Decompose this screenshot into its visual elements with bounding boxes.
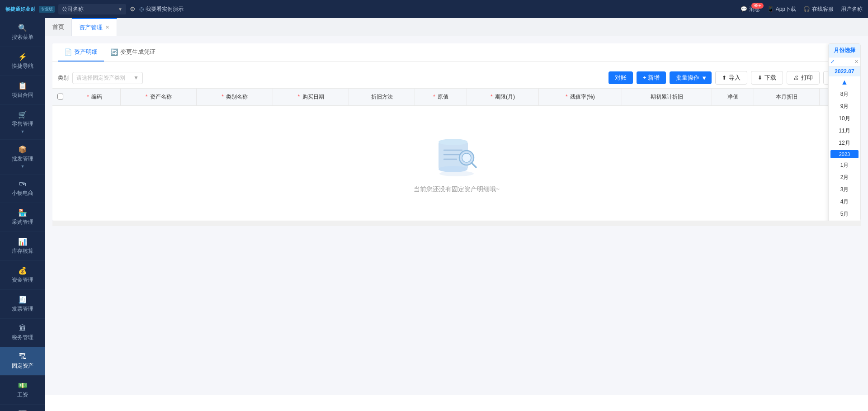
sidebar-item-invoice[interactable]: 🧾 发票管理: [0, 290, 45, 319]
month-item-2[interactable]: 2月: [829, 171, 860, 184]
month-item-1[interactable]: 1月: [829, 159, 860, 171]
phone-icon: 📱: [767, 6, 774, 12]
sidebar: 🔍 搜索菜单 ⚡ 快捷导航 📋 项目合同 🛒 零售管理 ▼ 📦 批发管理 ▼ 🛍…: [0, 18, 45, 411]
table-header-purchase-date: * 购买日期: [273, 89, 349, 106]
sidebar-purchase-label: 采购管理: [12, 218, 33, 226]
toolbar-left: 类别 请选择固定资产类别 ▼: [58, 72, 143, 84]
sidebar-item-inventory[interactable]: 📊 库存核算: [0, 232, 45, 261]
month-panel: 月份选择 ⤢ ✕ 2022.07 ▲ 8月 9月 10月 11月 12月: [828, 43, 861, 221]
sidebar-item-quicknav[interactable]: ⚡ 快捷导航: [0, 47, 45, 76]
sub-tab-asset-details-label: 资产明细: [74, 48, 98, 56]
demo-link[interactable]: ◎ 我要看实例演示: [139, 5, 184, 13]
retail-icon: 🛒: [18, 110, 27, 119]
select-all-checkbox[interactable]: [57, 94, 63, 99]
sidebar-item-salary[interactable]: 💵 工资: [0, 376, 45, 405]
svg-point-2: [439, 139, 467, 145]
sub-tab-asset-details[interactable]: 📄 资产明细: [58, 43, 104, 61]
tab-home[interactable]: 首页: [45, 18, 72, 36]
add-label: + 新增: [643, 74, 660, 82]
month-item-8[interactable]: 8月: [829, 88, 860, 100]
panel-wrapper: 📄 资产明细 🔄 变更生成凭证 类别 请选择固定资产类别 ▼: [52, 43, 861, 221]
table-header-net-value: 净值: [712, 89, 754, 106]
month-item-5[interactable]: 5月: [829, 208, 860, 220]
sidebar-item-search[interactable]: 🔍 搜索菜单: [0, 18, 45, 47]
table-header-code: * 编码: [69, 89, 121, 106]
online-service-button[interactable]: 🎧 在线客服: [803, 5, 834, 13]
month-item-11[interactable]: 11月: [829, 125, 860, 137]
user-name: 用户名称: [841, 5, 863, 13]
app-download-button[interactable]: 📱 App下载: [767, 5, 796, 13]
download-button[interactable]: ⬇ 下载: [751, 71, 783, 85]
print-button[interactable]: 🖨 打印: [787, 71, 820, 85]
batch-ops-button[interactable]: 批量操作 ▼: [670, 71, 712, 84]
tab-home-label: 首页: [52, 23, 64, 31]
sidebar-item-tax[interactable]: 🏛 税务管理: [0, 319, 45, 347]
tab-assets-management[interactable]: 资产管理 ✕: [72, 18, 117, 36]
sidebar-item-operations[interactable]: 📈 经营管理: [0, 405, 45, 411]
month-item-4[interactable]: 4月: [829, 196, 860, 208]
import-button[interactable]: ⬆ 导入: [715, 71, 747, 85]
category-select[interactable]: 请选择固定资产类别 ▼: [72, 72, 143, 84]
inventory-icon: 📊: [18, 237, 27, 246]
tax-icon: 🏛: [19, 324, 26, 332]
month-item-3[interactable]: 3月: [829, 184, 860, 196]
add-button[interactable]: + 新增: [637, 71, 666, 84]
sidebar-fixed-assets-label: 固定资产: [12, 362, 33, 370]
sidebar-item-project[interactable]: 📋 项目合同: [0, 76, 45, 105]
wholesale-arrow-icon: ▼: [21, 164, 25, 169]
sidebar-item-wholesale[interactable]: 📦 批发管理 ▼: [0, 140, 45, 175]
change-voucher-icon: 🔄: [110, 48, 118, 56]
sidebar-search-label: 搜索菜单: [12, 33, 33, 41]
sub-tab-change-voucher[interactable]: 🔄 变更生成凭证: [104, 43, 162, 61]
month-year-header: 2022.07: [829, 66, 860, 76]
tab-close-icon[interactable]: ✕: [105, 24, 109, 30]
sidebar-wholesale-label: 批发管理: [12, 155, 33, 163]
category-placeholder: 请选择固定资产类别: [76, 74, 131, 82]
download-label: 下载: [764, 74, 776, 82]
month-item-9[interactable]: 9月: [829, 100, 860, 113]
finance-icon: 💰: [18, 266, 27, 275]
online-service-label: 在线客服: [812, 5, 834, 13]
sidebar-item-purchase[interactable]: 🏪 采购管理: [0, 203, 45, 232]
company-selector[interactable]: 公司名称 ▼: [58, 4, 126, 14]
month-item-12[interactable]: 12月: [829, 137, 860, 149]
sidebar-project-label: 项目合同: [12, 91, 33, 99]
asset-details-icon: 📄: [64, 48, 72, 56]
edition-badge: 专业版: [39, 6, 55, 13]
table-header-accumulated-dep: 期初累计折旧: [622, 89, 712, 106]
ecommerce-icon: 🛍: [19, 180, 26, 188]
month-nav-up[interactable]: ▲: [829, 76, 860, 88]
sidebar-item-finance[interactable]: 💰 资金管理: [0, 261, 45, 290]
month-panel-title: 月份选择: [834, 47, 855, 53]
sub-tab-change-voucher-label: 变更生成凭证: [120, 48, 156, 56]
table-header-original-value: * 原值: [415, 89, 467, 106]
sidebar-retail-label: 零售管理: [12, 120, 33, 128]
tab-assets-label: 资产管理: [79, 24, 103, 32]
table-header-row: * 编码 * 资产名称 * 类别名称: [52, 89, 861, 106]
fixed-assets-icon: 🏗: [19, 353, 26, 361]
download-icon: ⬇: [758, 75, 762, 81]
month-item-6[interactable]: 6月: [829, 220, 860, 221]
asset-table: * 编码 * 资产名称 * 类别名称: [52, 89, 861, 221]
top-bar: 畅捷通好业财 专业版 公司名称 ▼ ⚙ ◎ 我要看实例演示 💬 消息 99+ 📱…: [0, 0, 868, 18]
sidebar-tax-label: 税务管理: [12, 334, 33, 341]
app-download-label: App下载: [776, 5, 796, 13]
table-header-monthly-dep: 本月折旧: [754, 89, 820, 106]
demo-text: 我要看实例演示: [146, 5, 184, 13]
empty-illustration: [429, 133, 484, 178]
month-panel-expand-icon[interactable]: ⤢: [830, 59, 835, 65]
reconcile-button[interactable]: 对账: [609, 71, 633, 84]
messages-button[interactable]: 💬 消息 99+: [741, 5, 760, 13]
sidebar-item-fixed-assets[interactable]: 🏗 固定资产: [0, 347, 45, 376]
month-panel-close-icon[interactable]: ✕: [854, 59, 859, 65]
category-label: 类别: [58, 74, 69, 82]
sidebar-item-ecommerce[interactable]: 🛍 小畅电商: [0, 175, 45, 203]
month-year-label: 2022.07: [835, 68, 854, 75]
purchase-icon: 🏪: [18, 208, 27, 217]
bottom-scrollbar[interactable]: [52, 221, 861, 226]
sidebar-item-retail[interactable]: 🛒 零售管理 ▼: [0, 105, 45, 140]
settings-icon[interactable]: ⚙: [130, 5, 136, 13]
table-header-period: * 期限(月): [467, 89, 538, 106]
batch-dropdown-icon: ▼: [701, 75, 707, 81]
month-item-10[interactable]: 10月: [829, 113, 860, 125]
